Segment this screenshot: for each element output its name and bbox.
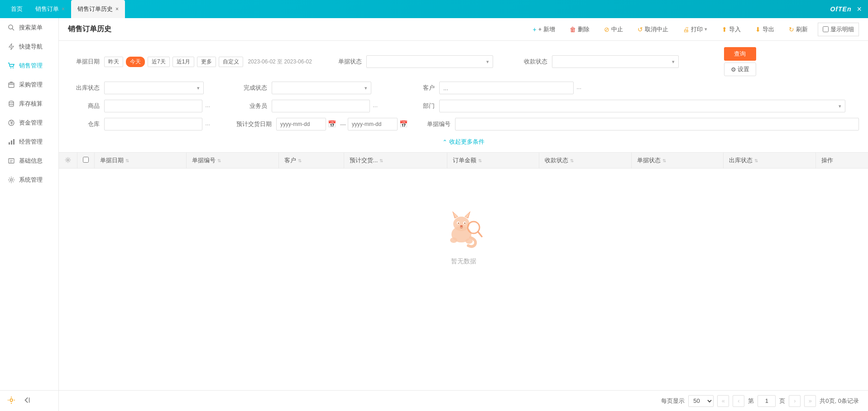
- th-order-status: 单据状态 ⇅: [631, 153, 724, 169]
- export-btn[interactable]: ⬇ 导出: [751, 23, 779, 36]
- prev-page-btn[interactable]: ‹: [733, 395, 744, 407]
- window-close-btn[interactable]: ×: [855, 3, 863, 16]
- filter-area: 单据日期 昨天 今天 近7天 近1月 更多 自定义 2023-06-02 至 2…: [59, 41, 868, 153]
- customer-input[interactable]: [439, 82, 574, 94]
- last-page-btn[interactable]: »: [804, 395, 816, 407]
- th-order-sort[interactable]: 单据编号 ⇅: [192, 156, 273, 164]
- table-area: 单据日期 ⇅ 单据编号 ⇅ 客户: [59, 153, 868, 390]
- salesman-dots[interactable]: ···: [370, 103, 380, 110]
- tab-sales-order-label: 销售订单: [35, 5, 59, 13]
- sidebar-item-basic-info[interactable]: 基础信息: [0, 151, 58, 170]
- filter-row-3: 商品 ··· 业务员 ··· 部门 ▾: [68, 100, 859, 112]
- tab-sales-order-close[interactable]: ×: [62, 6, 65, 12]
- delivery-date-end[interactable]: [348, 118, 398, 131]
- sidebar-item-inventory[interactable]: 库存核算: [0, 94, 58, 113]
- delete-btn-label: 删除: [578, 25, 590, 34]
- main-layout: 搜索菜单 快捷导航 销售管理: [0, 18, 868, 411]
- new-btn[interactable]: + + 新增: [528, 23, 560, 36]
- customer-dots[interactable]: ···: [574, 85, 584, 92]
- delivery-date-start[interactable]: [276, 118, 326, 131]
- first-page-btn[interactable]: «: [717, 395, 729, 407]
- date-btn-yesterday[interactable]: 昨天: [104, 57, 123, 67]
- print-btn[interactable]: 🖨 打印 ▾: [678, 23, 712, 36]
- th-delivery-sort[interactable]: 预计交货... ⇅: [350, 156, 441, 164]
- table-header-row: 单据日期 ⇅ 单据编号 ⇅ 客户: [59, 153, 868, 169]
- next-page-btn[interactable]: ›: [789, 395, 801, 407]
- th-outbound-sort[interactable]: 出库状态 ⇅: [729, 156, 810, 164]
- svg-point-15: [10, 179, 13, 181]
- refresh-btn[interactable]: ↻ 刷新: [784, 23, 812, 36]
- tab-sales-history[interactable]: 销售订单历史 ×: [71, 0, 125, 18]
- date-btn-today[interactable]: 今天: [126, 57, 145, 67]
- warehouse-dots[interactable]: ···: [202, 121, 213, 128]
- stop-btn-label: 中止: [611, 25, 623, 34]
- svg-point-27: [458, 222, 459, 224]
- display-columns-btn[interactable]: 显示明细: [818, 23, 859, 36]
- calendar-end-icon[interactable]: 📅: [399, 120, 408, 128]
- sort-icon-customer: ⇅: [298, 158, 302, 163]
- export-btn-label: 导出: [762, 25, 774, 34]
- outbound-select[interactable]: ▾: [104, 82, 204, 94]
- date-btn-more[interactable]: 更多: [197, 57, 216, 67]
- page-title: 销售订单历史: [68, 24, 523, 34]
- status-select[interactable]: ▾: [366, 55, 493, 68]
- table-settings-cell[interactable]: [59, 153, 77, 169]
- table-body: 暂无数据: [59, 169, 868, 302]
- th-customer-sort[interactable]: 客户 ⇅: [284, 156, 338, 164]
- calendar-start-icon[interactable]: 📅: [328, 120, 336, 128]
- th-date-sort[interactable]: 单据日期 ⇅: [100, 156, 181, 164]
- th-order-status-sort[interactable]: 单据状态 ⇅: [637, 156, 718, 164]
- order-no-input[interactable]: [455, 118, 859, 131]
- sidebar-item-finance[interactable]: ¥ 资金管理: [0, 113, 58, 132]
- svg-point-33: [465, 238, 473, 244]
- sidebar-label-inventory: 库存核算: [19, 100, 43, 108]
- tab-sales-order[interactable]: 销售订单 ×: [29, 0, 71, 18]
- stop-btn[interactable]: ⊘ 中止: [599, 23, 628, 36]
- th-payment-status: 收款状态 ⇅: [539, 153, 632, 169]
- product-dots[interactable]: ···: [202, 103, 213, 110]
- sidebar-item-operations[interactable]: 经营管理: [0, 132, 58, 151]
- th-amount-sort[interactable]: 订单金额 ⇅: [453, 156, 534, 164]
- sidebar-item-system[interactable]: 系统管理: [0, 170, 58, 189]
- tab-home[interactable]: 首页: [5, 0, 29, 18]
- filter-row-1: 单据日期 昨天 今天 近7天 近1月 更多 自定义 2023-06-02 至 2…: [68, 47, 859, 76]
- sidebar-item-purchase[interactable]: 采购管理: [0, 75, 58, 94]
- display-columns-checkbox[interactable]: [823, 26, 829, 32]
- per-page-label: 每页显示: [661, 397, 685, 405]
- outbound-label: 出库状态: [68, 84, 104, 92]
- cart-icon: [7, 62, 15, 70]
- per-page-select[interactable]: 20 50 100: [688, 395, 714, 407]
- sidebar-item-search[interactable]: 搜索菜单: [0, 18, 58, 37]
- complete-select[interactable]: ▾: [272, 82, 371, 94]
- delete-btn[interactable]: 🗑 删除: [565, 23, 594, 36]
- cancel-stop-btn[interactable]: ↺ 取消中止: [633, 23, 673, 36]
- status-chevron: ▾: [486, 59, 489, 65]
- import-btn[interactable]: ⬆ 导入: [717, 23, 745, 36]
- sidebar-item-sales[interactable]: 销售管理: [0, 56, 58, 75]
- select-all-checkbox[interactable]: [83, 157, 89, 163]
- sidebar-gear-icon[interactable]: [7, 396, 15, 406]
- query-btn[interactable]: 查询: [724, 47, 756, 61]
- sidebar-item-quick-nav[interactable]: 快捷导航: [0, 37, 58, 56]
- date-btn-7days[interactable]: 近7天: [148, 57, 170, 67]
- salesman-input[interactable]: [272, 100, 370, 112]
- stop-icon: ⊘: [604, 26, 609, 33]
- tab-sales-history-close[interactable]: ×: [115, 6, 119, 12]
- dept-select[interactable]: ▾: [439, 100, 845, 112]
- table-checkbox-cell[interactable]: [77, 153, 94, 169]
- svg-point-18: [67, 159, 69, 160]
- cancel-stop-icon: ↺: [638, 26, 643, 33]
- collapse-btn[interactable]: ⌃ 收起更多条件: [68, 136, 859, 146]
- payment-select[interactable]: ▾: [552, 55, 679, 68]
- date-btn-custom[interactable]: 自定义: [219, 57, 243, 67]
- empty-text: 暂无数据: [451, 257, 476, 266]
- th-payment-sort[interactable]: 收款状态 ⇅: [545, 156, 626, 164]
- warehouse-input[interactable]: [104, 118, 202, 131]
- page-input[interactable]: [758, 395, 776, 407]
- th-order-no: 单据编号 ⇅: [187, 153, 279, 169]
- set-btn[interactable]: ⚙ 设置: [724, 63, 756, 76]
- sidebar-collapse-icon[interactable]: [23, 396, 31, 406]
- date-btn-1month[interactable]: 近1月: [173, 57, 195, 67]
- product-input[interactable]: [104, 100, 202, 112]
- svg-text:¥: ¥: [10, 119, 14, 126]
